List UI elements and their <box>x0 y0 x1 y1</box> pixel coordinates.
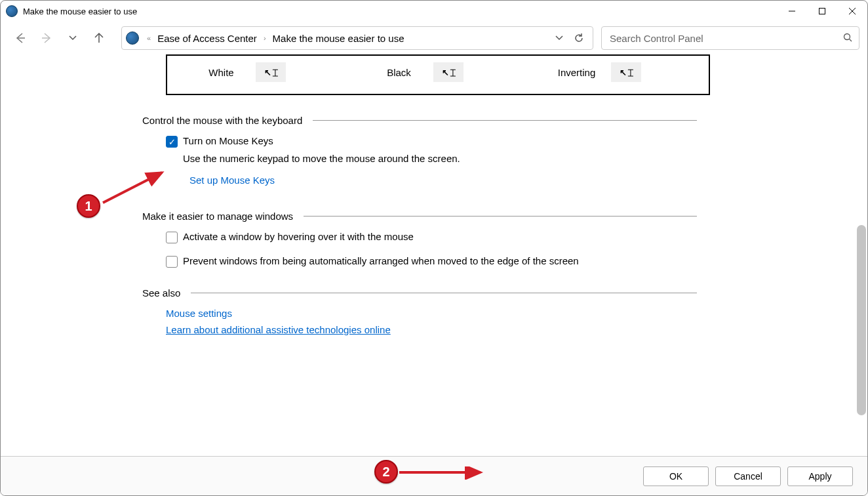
scrollbar-thumb[interactable] <box>857 225 866 415</box>
checkbox-label: Prevent windows from being automatically… <box>183 255 579 266</box>
up-arrow-icon <box>93 32 105 44</box>
option-prevent-snap[interactable]: Prevent windows from being automatically… <box>166 255 867 268</box>
back-arrow-icon <box>14 32 26 44</box>
checkbox-mouse-keys[interactable]: ✓ <box>166 136 178 148</box>
search-box[interactable] <box>601 26 859 50</box>
forward-button[interactable] <box>35 26 58 50</box>
annotation-callout-2: 2 <box>374 460 398 484</box>
section-heading: See also <box>142 287 191 299</box>
breadcrumb-root[interactable]: Ease of Access Center <box>155 31 260 45</box>
search-input[interactable] <box>608 32 843 45</box>
apply-button[interactable]: Apply <box>787 466 853 486</box>
svg-rect-1 <box>819 9 825 14</box>
recent-dropdown[interactable] <box>61 26 85 50</box>
refresh-button[interactable] <box>569 28 589 48</box>
up-button[interactable] <box>87 26 111 50</box>
breadcrumb-chevron-icon: « <box>143 34 155 42</box>
ok-button[interactable]: OK <box>643 466 709 486</box>
content-area: White ↖ ⌶ Black ↖ ⌶ Inverting ↖ ⌶ Contro… <box>1 54 867 455</box>
chevron-down-icon <box>69 34 77 42</box>
maximize-button[interactable] <box>807 1 837 22</box>
link-mouse-settings[interactable]: Mouse settings <box>166 308 867 319</box>
section-keyboard-control: Control the mouse with the keyboard <box>142 115 867 126</box>
pointer-preview-black: ↖ ⌶ <box>433 62 464 82</box>
app-icon <box>6 5 18 17</box>
forward-arrow-icon <box>41 32 52 44</box>
close-button[interactable] <box>837 1 867 22</box>
link-assistive-tech[interactable]: Learn about additional assistive technol… <box>166 324 867 335</box>
svg-line-9 <box>103 173 162 203</box>
control-panel-icon <box>126 31 139 45</box>
pointer-preview-inverting: ↖ ⌶ <box>611 62 641 82</box>
titlebar: Make the mouse easier to use <box>1 1 867 22</box>
annotation-arrow-1 <box>99 169 171 208</box>
address-bar[interactable]: « Ease of Access Center › Make the mouse… <box>121 26 593 50</box>
svg-line-8 <box>850 39 852 41</box>
chevron-down-icon <box>555 34 563 42</box>
breadcrumb-current[interactable]: Make the mouse easier to use <box>270 31 407 45</box>
breadcrumb-chevron-icon: › <box>260 34 270 42</box>
option-turn-on-mouse-keys[interactable]: ✓ Turn on Mouse Keys <box>166 135 867 148</box>
close-icon <box>849 8 856 14</box>
window-controls <box>777 1 867 22</box>
pointer-option-black[interactable]: Black <box>365 67 433 78</box>
annotation-arrow-2 <box>398 466 490 480</box>
address-dropdown[interactable] <box>549 28 569 48</box>
navbar: « Ease of Access Center › Make the mouse… <box>1 22 867 54</box>
pointer-option-inverting[interactable]: Inverting <box>542 67 611 78</box>
pointer-option-white[interactable]: White <box>187 67 256 78</box>
checkbox-label: Activate a window by hovering over it wi… <box>183 231 414 242</box>
maximize-icon <box>819 8 825 14</box>
minimize-button[interactable] <box>777 1 807 22</box>
annotation-callout-1: 1 <box>77 194 100 218</box>
checkbox-hover-activate[interactable] <box>166 232 178 243</box>
search-icon <box>843 33 852 44</box>
checkbox-prevent-snap[interactable] <box>166 256 178 268</box>
cancel-button[interactable]: Cancel <box>715 466 781 486</box>
refresh-icon <box>574 33 584 43</box>
svg-point-7 <box>844 33 850 39</box>
checkbox-label: Turn on Mouse Keys <box>183 135 273 146</box>
section-heading: Make it easier to manage windows <box>142 211 304 222</box>
back-button[interactable] <box>9 26 32 50</box>
window-title: Make the mouse easier to use <box>23 7 777 16</box>
minimize-icon <box>789 8 795 14</box>
pointer-preview-white: ↖ ⌶ <box>256 62 286 82</box>
option-activate-on-hover[interactable]: Activate a window by hovering over it wi… <box>166 231 867 243</box>
section-see-also: See also <box>142 287 867 299</box>
mouse-keys-description: Use the numeric keypad to move the mouse… <box>183 153 867 164</box>
pointer-scheme-box: White ↖ ⌶ Black ↖ ⌶ Inverting ↖ ⌶ <box>166 54 710 95</box>
link-setup-mouse-keys[interactable]: Set up Mouse Keys <box>189 175 275 186</box>
section-heading: Control the mouse with the keyboard <box>142 115 313 126</box>
section-manage-windows: Make it easier to manage windows <box>142 211 867 222</box>
